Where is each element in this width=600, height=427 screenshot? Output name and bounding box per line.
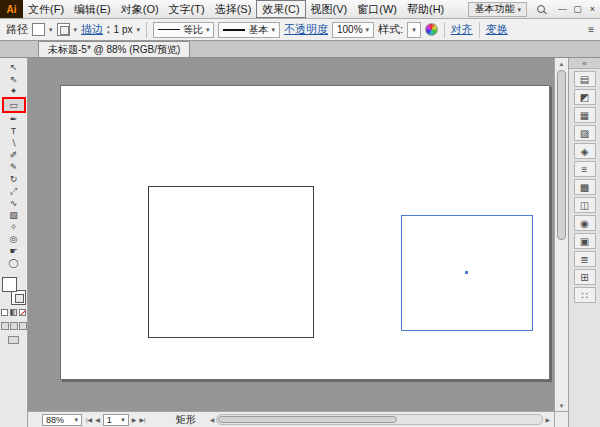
brush-definition-dropdown[interactable]: 基本 ▾ [218,22,280,38]
menu-object[interactable]: 对象(O) [116,0,164,18]
eyedropper-tool[interactable]: ✧ [4,221,24,233]
transparency-panel-icon[interactable]: ◫ [574,197,596,213]
stroke-panel-icon[interactable]: ≡ [574,161,596,177]
stroke-width-dropdown-icon[interactable]: ▾ [136,26,140,33]
illustrator-window: Ai 文件(F) 编辑(E) 对象(O) 文字(T) 选择(S) 效果(C) 视… [0,0,600,427]
artboards-panel-icon[interactable]: ⊞ [574,269,596,285]
app-logo: Ai [0,0,23,18]
opacity-dropdown[interactable]: 100% ▾ [332,22,374,38]
selection-tool[interactable]: ↖ [4,61,24,73]
menu-type[interactable]: 文字(T) [164,0,210,18]
rectangle-shape-1[interactable] [148,186,314,338]
rectangle-shape-2-selected[interactable] [401,215,533,331]
canvas-row: ▲ ▼ [28,58,568,411]
scroll-left-icon[interactable]: ◀ [210,414,215,425]
scroll-down-icon[interactable]: ▼ [555,400,568,411]
menu-effect[interactable]: 效果(C) [256,0,305,18]
opacity-link[interactable]: 不透明度 [284,22,328,37]
gradient-tool[interactable]: ▧ [4,209,24,221]
menu-file[interactable]: 文件(F) [23,0,69,18]
none-button[interactable] [19,309,26,316]
type-tool[interactable]: T [4,125,24,137]
fill-swatch[interactable] [2,277,17,292]
style-dropdown[interactable]: ▾ [407,22,421,38]
stroke-width-stepper[interactable]: ▴ ▾ [107,24,110,35]
stroke-width-value[interactable]: 1 px [114,24,133,35]
vertical-scrollbar[interactable]: ▲ ▼ [554,58,568,411]
menu-view[interactable]: 视图(V) [306,0,353,18]
layers-panel-icon[interactable]: ≣ [574,251,596,267]
hand-tool[interactable]: ☛ [4,245,24,257]
blend-tool[interactable]: ◎ [4,233,24,245]
rectangle-tool[interactable]: ▭ [4,99,24,111]
rotate-tool[interactable]: ↻ [4,173,24,185]
fill-dropdown-icon[interactable]: ▾ [49,26,53,33]
horizontal-scroll-thumb[interactable] [218,416,397,423]
scrollbar-corner [554,412,568,427]
magic-wand-tool[interactable]: ✦ [4,85,24,97]
screen-mode-button[interactable] [8,336,19,344]
minimize-button[interactable]: — [555,4,570,14]
gradient-button[interactable] [10,309,17,316]
search-icon[interactable] [537,5,545,13]
direct-selection-tool[interactable]: ⇖ [4,73,24,85]
horizontal-scrollbar[interactable]: ◀ ▶ [210,412,550,427]
paintbrush-tool[interactable]: ✐ [4,149,24,161]
stroke-swatch[interactable] [11,290,26,305]
document-tab[interactable]: 未标题-5* @ 88% (RGB/预览) [38,41,190,57]
recolor-artwork-icon[interactable] [425,23,438,36]
horizontal-scroll-track[interactable] [216,414,543,425]
scroll-right-icon[interactable]: ▶ [545,414,550,425]
pencil-tool[interactable]: ✎ [4,161,24,173]
workspace-switcher[interactable]: 基本功能 ▾ [468,2,527,17]
menu-select[interactable]: 选择(S) [210,0,257,18]
next-artboard-button[interactable]: ▶ [132,416,137,423]
menu-edit[interactable]: 编辑(E) [69,0,116,18]
fill-color-swatch[interactable] [32,23,45,36]
stroke-color-swatch[interactable] [57,23,70,36]
menu-bar: Ai 文件(F) 编辑(E) 对象(O) 文字(T) 选择(S) 效果(C) 视… [0,0,600,19]
brushes-panel-icon[interactable]: ▨ [574,125,596,141]
close-button[interactable]: × [585,4,600,14]
swatches-panel-icon[interactable]: ▦ [574,107,596,123]
stroke-dropdown-icon[interactable]: ▾ [74,26,78,33]
separator [444,22,445,38]
chevron-down-icon: ▾ [74,416,78,423]
pen-tool[interactable]: ✒ [4,113,24,125]
stroke-panel-link[interactable]: 描边 [81,22,103,37]
zoom-level-field[interactable]: 88% ▾ [42,414,82,426]
vertical-scroll-thumb[interactable] [557,70,566,240]
scale-tool[interactable]: ⤢ [4,185,24,197]
restore-button[interactable]: ▢ [570,4,585,14]
gradient-panel-icon[interactable]: ▩ [574,179,596,195]
width-tool[interactable]: ∿ [4,197,24,209]
menu-window[interactable]: 窗口(W) [352,0,402,18]
prev-artboard-button[interactable]: ◀ [95,416,100,423]
draw-normal-button[interactable] [1,322,9,330]
canvas[interactable] [28,58,554,411]
first-artboard-button[interactable]: |◀ [86,416,92,423]
draw-inside-button[interactable] [19,322,27,330]
separator [479,22,480,38]
artboard-number-field[interactable]: 1 ▾ [103,414,129,426]
color-guide-panel-icon[interactable]: ◩ [574,89,596,105]
align-link[interactable]: 对齐 [451,22,473,37]
scroll-up-icon[interactable]: ▲ [555,58,568,69]
graphic-styles-panel-icon[interactable]: ▣ [574,233,596,249]
align-panel-icon[interactable]: ∷ [574,287,596,303]
line-segment-tool[interactable]: ∖ [4,137,24,149]
transform-link[interactable]: 变换 [486,22,508,37]
panel-menu-icon[interactable]: ≡ [588,24,594,35]
appearance-panel-icon[interactable]: ◉ [574,215,596,231]
color-panel-icon[interactable]: ▤ [574,71,596,87]
menu-help[interactable]: 帮助(H) [402,0,449,18]
zoom-tool[interactable]: ◯ [4,257,24,269]
artboard[interactable] [60,85,550,380]
draw-behind-button[interactable] [10,322,18,330]
width-profile-dropdown[interactable]: 等比 ▾ [153,22,215,38]
dock-expand-button[interactable]: « [569,58,600,69]
symbols-panel-icon[interactable]: ◈ [574,143,596,159]
color-button[interactable] [1,309,8,316]
spinner-down-icon[interactable]: ▾ [107,30,110,35]
last-artboard-button[interactable]: ▶| [139,416,145,423]
